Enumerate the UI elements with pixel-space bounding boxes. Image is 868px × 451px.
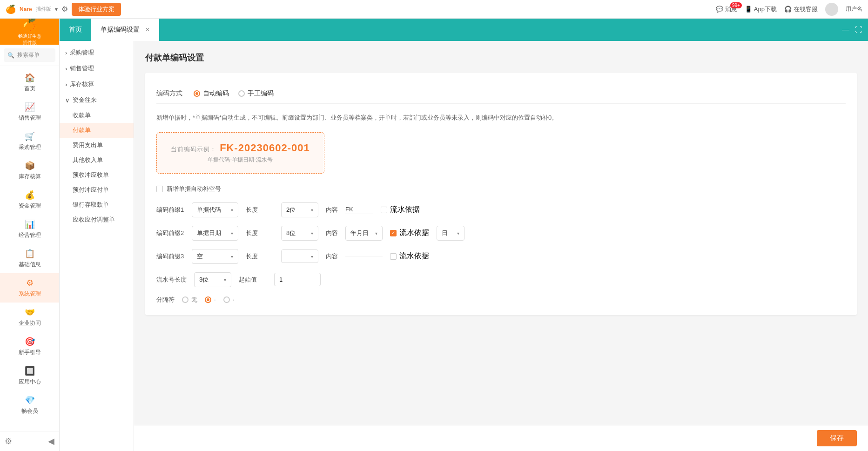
sidebar-item-system-label: 系统管理 (19, 290, 41, 298)
prefix1-length-value: 2位 (286, 206, 296, 214)
tabbar-maximize-icon[interactable]: ⛶ (855, 26, 862, 34)
avatar[interactable] (825, 3, 838, 16)
app-download-btn[interactable]: 📱 App下载 (745, 5, 777, 13)
prefix2-extra-arrow (457, 229, 459, 236)
prefix2-content-value: 年月日 (350, 229, 369, 237)
sidebar-item-operation-label: 经营管理 (19, 231, 41, 239)
sec-child-receipt[interactable]: 收款单 (60, 108, 134, 123)
sec-child-payment[interactable]: 付款单 (60, 123, 134, 138)
sec-parent-capital[interactable]: ∨ 资金往来 (60, 92, 134, 108)
sidebar-collapse-btn[interactable]: ◀ (48, 436, 54, 446)
prefix2-select-arrow (231, 229, 233, 236)
online-service-btn[interactable]: 🎧 在线客服 (784, 5, 818, 13)
sec-group-purchase: › 采购管理 (60, 45, 134, 61)
sec-child-bank[interactable]: 银行存取款单 (60, 197, 134, 212)
save-button[interactable]: 保存 (817, 430, 857, 446)
tab-home[interactable]: 首页 (60, 19, 91, 41)
sidebar-item-inventory[interactable]: 📦 库存核算 (0, 156, 59, 185)
sidebar-item-basic[interactable]: 📋 基础信息 (0, 244, 59, 273)
sec-child-prepay-offset[interactable]: 预收冲应收单 (60, 168, 134, 182)
tabbar-minimize-icon[interactable]: — (842, 26, 849, 34)
prefix3-serial-check[interactable]: 流水依据 (390, 251, 429, 261)
sep-dot-dot (205, 296, 211, 303)
content-area: › 采购管理 › 销售管理 › 库存核算 (60, 41, 868, 451)
encoding-method-label: 编码方式 (156, 89, 182, 98)
sec-group-sales: › 销售管理 (60, 61, 134, 76)
inventory-icon: 📦 (25, 161, 35, 171)
tab-encode-settings[interactable]: 单据编码设置 ✕ (91, 19, 159, 41)
prefix2-content-select[interactable]: 年月日 (345, 226, 383, 241)
prefix1-length-select[interactable]: 2位 (281, 202, 318, 217)
sec-child-advance-offset[interactable]: 预付冲应付单 (60, 182, 134, 197)
auto-fill-checkbox[interactable] (156, 186, 163, 192)
sidebar-item-sales[interactable]: 📈 销售管理 (0, 97, 59, 127)
prefix1-length-label: 长度 (246, 206, 274, 214)
experience-btn[interactable]: 体验行业方案 (72, 3, 121, 16)
sidebar-item-inventory-label: 库存核算 (19, 173, 41, 181)
tabbar: 首页 单据编码设置 ✕ — ⛶ (60, 19, 868, 41)
search-menu-btn[interactable]: 🔍 搜索菜单 (4, 48, 55, 62)
prefix3-label: 编码前缀3 (156, 252, 184, 261)
start-value-input[interactable] (274, 273, 321, 286)
sidebar-item-system[interactable]: ⚙ 系统管理 (0, 273, 59, 303)
sidebar-item-enterprise[interactable]: 🤝 企业协同 (0, 303, 59, 332)
tab-close-icon[interactable]: ✕ (145, 27, 150, 33)
topbar-dropdown-arrow[interactable]: ▾ (55, 6, 58, 13)
topbar-gear-icon[interactable]: ⚙ (61, 5, 68, 13)
topbar: 🍊 Nare 插件版 ▾ ⚙ 体验行业方案 💬 消息 99+ 📱 App下载 🎧… (0, 0, 868, 19)
main-sidebar: 🍊 畅通好生意 插件版 🔍 搜索菜单 🏠 首页 📈 销售管理 🛒 采购管理 (0, 19, 60, 451)
prefix1-select-value: 单据代码 (197, 206, 221, 214)
prefix3-length-select[interactable] (281, 249, 318, 263)
sep-dot-label: · (214, 296, 216, 303)
sidebar-item-enterprise-label: 企业协同 (19, 319, 41, 327)
prefix2-select[interactable]: 单据日期 (192, 226, 238, 241)
main-content: 付款单编码设置 编码方式 自动编码 (134, 41, 868, 425)
prefix2-length-label: 长度 (246, 229, 274, 237)
prefix2-serial-checkbox[interactable] (390, 230, 397, 236)
sidebar-item-sales-label: 销售管理 (19, 114, 41, 122)
sec-child-adjust[interactable]: 应收应付调整单 (60, 212, 134, 227)
sec-parent-capital-label: 资金往来 (73, 96, 97, 104)
preview-label-prefix: 当前编码示例： (171, 146, 216, 153)
auto-encode-radio[interactable]: 自动编码 (194, 89, 229, 98)
sec-parent-sales[interactable]: › 销售管理 (60, 61, 134, 76)
sep-dot-radio[interactable]: · (205, 296, 216, 303)
sidebar-item-finance[interactable]: 💰 资金管理 (0, 185, 59, 215)
sep-none-radio[interactable]: 无 (182, 296, 197, 304)
prefix3-select[interactable]: 空 (192, 249, 238, 264)
prefix1-serial-checkbox[interactable] (381, 207, 387, 213)
sidebar-item-basic-label: 基础信息 (19, 261, 41, 269)
prefix3-serial-checkbox[interactable] (390, 253, 397, 260)
auto-fill-row: 新增单据自动补空号 (156, 185, 846, 193)
purchase-icon: 🛒 (25, 131, 35, 141)
sec-parent-purchase[interactable]: › 采购管理 (60, 45, 134, 61)
sep-dot2-radio[interactable]: · (223, 296, 235, 303)
manual-encode-radio[interactable]: 手工编码 (238, 89, 274, 98)
prefix2-length-value: 8位 (286, 229, 296, 237)
sidebar-item-app[interactable]: 🔲 应用中心 (0, 361, 59, 390)
prefix2-serial-check[interactable]: 流水依据 (390, 228, 429, 238)
separator-section: 分隔符 无 · (156, 296, 846, 304)
tabbar-right: — ⛶ (842, 26, 868, 34)
sec-parent-inventory[interactable]: › 库存核算 (60, 76, 134, 92)
sidebar-settings-btn[interactable]: ⚙ (5, 436, 12, 446)
sidebar-item-operation[interactable]: 📊 经营管理 (0, 215, 59, 244)
prefix3-content-value (345, 256, 383, 256)
sec-child-other-income[interactable]: 其他收入单 (60, 153, 134, 168)
prefix2-length-select[interactable]: 8位 (281, 226, 318, 241)
sec-child-expense[interactable]: 费用支出单 (60, 138, 134, 153)
sidebar-item-member[interactable]: 💎 畅会员 (0, 390, 59, 420)
prefix1-select[interactable]: 单据代码 (192, 202, 238, 217)
serial-row: 流水号长度 3位 起始值 (156, 272, 846, 287)
brand-name: Nare (20, 6, 32, 13)
sidebar-item-home[interactable]: 🏠 首页 (0, 68, 59, 97)
prefix1-serial-check[interactable]: 流水依据 (381, 205, 420, 215)
topbar-left: 🍊 Nare 插件版 ▾ ⚙ 体验行业方案 (6, 3, 712, 16)
serial-length-select[interactable]: 3位 (194, 272, 231, 287)
sidebar-item-guide[interactable]: 🎯 新手引导 (0, 332, 59, 361)
message-icon: 💬 (716, 6, 723, 13)
prefix2-extra-select[interactable]: 日 (437, 226, 464, 241)
sidebar-item-purchase[interactable]: 🛒 采购管理 (0, 127, 59, 156)
message-btn[interactable]: 💬 消息 99+ (716, 5, 737, 13)
sidebar-search-section: 🔍 搜索菜单 (0, 45, 59, 66)
